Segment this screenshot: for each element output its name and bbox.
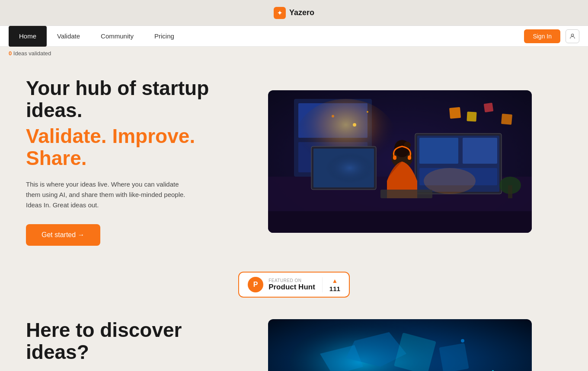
svg-rect-14 bbox=[463, 138, 497, 164]
svg-point-31 bbox=[367, 111, 368, 113]
nav-left: Home Validate Community Pricing bbox=[9, 26, 185, 47]
svg-rect-39 bbox=[439, 343, 469, 371]
top-bar: ✦ Yazero bbox=[0, 0, 588, 26]
nav-bar: Home Validate Community Pricing Sign In bbox=[0, 26, 588, 47]
svg-point-30 bbox=[332, 115, 334, 117]
ph-name-label: Product Hunt bbox=[268, 283, 315, 292]
logo-icon: ✦ bbox=[274, 7, 286, 19]
hero-description: This is where your ideas live. Where you… bbox=[26, 179, 190, 210]
svg-rect-10 bbox=[313, 149, 374, 187]
hero-title: Your hub of startup ideas. bbox=[26, 77, 242, 121]
product-hunt-badge[interactable]: P FEATURED ON Product Hunt ▲ 111 bbox=[238, 272, 350, 298]
nav-item-validate[interactable]: Validate bbox=[47, 26, 90, 47]
bottom-right bbox=[268, 319, 532, 371]
svg-point-41 bbox=[461, 339, 464, 342]
hero-image bbox=[268, 90, 532, 233]
ph-upvote-icon: ▲ bbox=[332, 277, 338, 284]
counter-number: 0 bbox=[9, 50, 12, 57]
sign-in-button[interactable]: Sign In bbox=[524, 29, 560, 43]
svg-rect-26 bbox=[501, 114, 512, 125]
bottom-image bbox=[268, 319, 532, 371]
logo-text: Yazero bbox=[289, 8, 314, 17]
ph-logo-icon: P bbox=[248, 277, 263, 292]
ph-votes-area: ▲ 111 bbox=[322, 277, 340, 292]
bottom-left: Here to discover ideas? bbox=[26, 319, 242, 363]
bottom-section: Here to discover ideas? bbox=[0, 311, 588, 371]
svg-rect-28 bbox=[508, 185, 512, 198]
ph-text-area: FEATURED ON Product Hunt bbox=[268, 278, 315, 292]
hero-right bbox=[268, 90, 532, 233]
counter-label: Ideas validated bbox=[13, 50, 51, 57]
svg-rect-23 bbox=[449, 107, 461, 119]
svg-rect-25 bbox=[484, 103, 494, 113]
svg-rect-22 bbox=[380, 190, 432, 198]
counter-bar: 0 Ideas validated bbox=[0, 47, 588, 60]
user-icon[interactable] bbox=[566, 29, 579, 43]
product-hunt-section: P FEATURED ON Product Hunt ▲ 111 bbox=[0, 263, 588, 311]
svg-rect-13 bbox=[419, 138, 458, 164]
ph-featured-label: FEATURED ON bbox=[268, 278, 315, 283]
svg-rect-24 bbox=[467, 112, 476, 122]
svg-point-0 bbox=[571, 34, 573, 36]
get-started-button[interactable]: Get started → bbox=[26, 224, 100, 246]
hero-subtitle: Validate. Improve. Share. bbox=[26, 125, 242, 169]
bottom-title: Here to discover ideas? bbox=[26, 319, 242, 363]
hero-left: Your hub of startup ideas. Validate. Imp… bbox=[26, 77, 242, 246]
nav-item-home[interactable]: Home bbox=[9, 26, 47, 47]
main-content: Your hub of startup ideas. Validate. Imp… bbox=[0, 60, 588, 263]
nav-item-pricing[interactable]: Pricing bbox=[144, 26, 185, 47]
svg-rect-19 bbox=[393, 155, 396, 160]
svg-point-29 bbox=[353, 123, 356, 127]
svg-rect-32 bbox=[268, 211, 532, 233]
logo-area: ✦ Yazero bbox=[274, 7, 314, 19]
svg-rect-20 bbox=[408, 155, 411, 160]
nav-item-community[interactable]: Community bbox=[90, 26, 144, 47]
ph-vote-count: 111 bbox=[329, 285, 340, 292]
nav-right: Sign In bbox=[524, 29, 579, 43]
